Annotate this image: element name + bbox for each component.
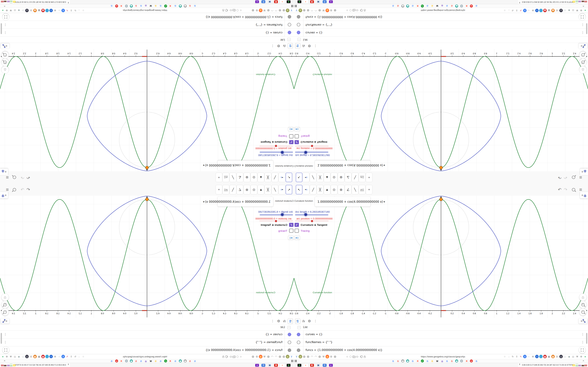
- tab-overflow-chevron-icon[interactable]: ^: [583, 5, 584, 7]
- pinned-tab-favicon[interactable]: ◉: [406, 5, 409, 8]
- download-icon[interactable]: ⇩: [69, 9, 73, 12]
- folder-icon[interactable]: [232, 8, 236, 12]
- fullscreen-button[interactable]: [579, 14, 586, 20]
- settings-button[interactable]: ⚙: [276, 319, 281, 324]
- pinned-tab-favicon[interactable]: ✓: [164, 359, 167, 362]
- globe-icon[interactable]: ⊕: [282, 355, 285, 359]
- algebra-view-switcher[interactable]: ≡ ∿: [1, 318, 9, 324]
- globe-icon[interactable]: ⊕: [282, 8, 285, 12]
- arc-length-slider-thumb[interactable]: [281, 151, 284, 154]
- gear-icon[interactable]: ⚙: [329, 355, 333, 359]
- globe-icon[interactable]: ◉: [17, 9, 21, 12]
- bookmark-star-icon[interactable]: ☆: [503, 9, 506, 12]
- arc-position-point[interactable]: [146, 166, 148, 169]
- idm-icon[interactable]: ↓: [45, 355, 49, 358]
- pinned-tab-favicon[interactable]: G: [450, 359, 454, 363]
- add-icon[interactable]: +: [49, 355, 53, 358]
- collapse-button[interactable]: −: [287, 38, 291, 41]
- bin-icon[interactable]: D: [29, 9, 33, 12]
- pinned-tab-favicon[interactable]: ●: [470, 5, 473, 8]
- pinned-tab-favicon[interactable]: ◉: [184, 5, 187, 8]
- pinned-tab-favicon[interactable]: ●: [115, 5, 118, 8]
- graphics-view[interactable]: -2.6-2.4-2.2-2-1.8-1.6-1.4-1.2-1-0.8-0.6…: [0, 49, 294, 171]
- chevron-down-icon[interactable]: ▼: [383, 200, 386, 203]
- pinned-tab-favicon[interactable]: Я: [416, 359, 419, 363]
- step-forward-button[interactable]: ▶❙: [288, 127, 294, 131]
- globe-icon[interactable]: ⊕: [251, 355, 255, 359]
- pinned-tab-favicon[interactable]: ◎: [441, 4, 444, 8]
- tool-line[interactable]: ╱: [272, 185, 278, 194]
- pinned-tab-favicon[interactable]: G: [391, 4, 395, 8]
- algebra-row[interactable]: curves = {}⋮: [294, 331, 588, 339]
- home-button[interactable]: ⌂: [579, 66, 587, 73]
- settings-app-icon[interactable]: ✽: [309, 363, 315, 367]
- pinned-tab-favicon[interactable]: ◉: [130, 5, 133, 8]
- scrollbar[interactable]: [586, 23, 587, 34]
- wrench-icon[interactable]: ⚒: [575, 9, 579, 12]
- tool-angle[interactable]: ∠: [237, 173, 243, 182]
- tool-move-graphics[interactable]: +: [216, 185, 222, 194]
- graphics-view-switcher[interactable]: ≡: [580, 168, 588, 175]
- row-menu-kebab-icon[interactable]: ⋮: [4, 31, 7, 34]
- firefox-icon[interactable]: ◉: [259, 8, 262, 12]
- firefox-app-icon[interactable]: ●: [303, 0, 309, 4]
- tab-overflow-chevron-icon[interactable]: ^: [4, 5, 5, 7]
- puzzle-icon[interactable]: ▧: [13, 9, 17, 12]
- olive-extension-icon[interactable]: ◉: [299, 8, 302, 12]
- pinned-tab-favicon[interactable]: G: [159, 359, 162, 363]
- pinned-tab-favicon[interactable]: i: [125, 5, 128, 8]
- arc-position-slider-thumb[interactable]: [311, 145, 313, 147]
- graphics-view[interactable]: -2.6-2.4-2.2-2-1.8-1.6-1.4-1.2-1-0.8-0.6…: [294, 196, 588, 318]
- visibility-toggle[interactable]: [288, 15, 291, 18]
- redo-icon[interactable]: ↷: [564, 188, 567, 192]
- idm-icon[interactable]: ↓: [539, 9, 543, 12]
- settings-button[interactable]: ⚙: [307, 319, 312, 324]
- algebra-row[interactable]: funcNames = {" "}⋮: [294, 21, 588, 29]
- trash-icon[interactable]: ▦: [547, 355, 551, 358]
- uo-icon[interactable]: u: [559, 355, 563, 358]
- gear-icon[interactable]: ⚙: [531, 9, 535, 12]
- pinned-tab-favicon[interactable]: i: [460, 359, 463, 362]
- balloon-icon[interactable]: Y: [295, 8, 298, 12]
- pinned-tab-favicon[interactable]: ◉: [455, 359, 458, 362]
- globe-icon[interactable]: ⊕: [278, 355, 282, 359]
- pinned-tab-favicon[interactable]: W: [436, 359, 439, 363]
- undo-icon[interactable]: ↶: [26, 175, 30, 179]
- algebra-row[interactable]: funcs = {1.000000000000 + cos(4.00000000…: [294, 13, 588, 21]
- arc-icon[interactable]: ◠: [270, 355, 274, 359]
- pinned-tab-favicon[interactable]: ◉: [401, 359, 404, 362]
- mouse-icon[interactable]: ○: [527, 355, 531, 358]
- show-functions-button[interactable]: fx: [282, 43, 287, 48]
- pinned-tab-favicon[interactable]: Я: [169, 4, 172, 8]
- gear-icon[interactable]: ⚙: [255, 355, 259, 359]
- algebra-row[interactable]: funcs = {1.000000000000 + cos(4.00000000…: [0, 13, 294, 21]
- globe-icon[interactable]: ⊕: [251, 8, 255, 12]
- menu-icon[interactable]: ≡: [579, 175, 582, 180]
- tool-line[interactable]: ╱: [272, 173, 278, 182]
- stylebar-more-button[interactable]: ⋮: [270, 319, 275, 324]
- undo-icon[interactable]: ↶: [558, 175, 562, 179]
- ice-icon[interactable]: ◉: [543, 355, 547, 358]
- tool-reflect[interactable]: ╲: [230, 185, 236, 194]
- globe-icon[interactable]: ⊕: [267, 355, 270, 359]
- pinned-tab-favicon[interactable]: W: [149, 359, 152, 363]
- pinned-tab-favicon[interactable]: ◉: [455, 5, 458, 8]
- visibility-toggle[interactable]: [297, 341, 300, 344]
- step-forward-button[interactable]: ▶❙: [294, 127, 300, 131]
- globe-icon[interactable]: ⊕: [318, 355, 321, 359]
- show-functions-button[interactable]: fx: [301, 319, 306, 324]
- tool-perpendicular-line[interactable]: ╳: [317, 173, 323, 182]
- undo-icon[interactable]: ↶: [558, 188, 562, 192]
- brush-icon[interactable]: ✎: [65, 355, 69, 358]
- reload-icon[interactable]: ↻: [73, 355, 77, 358]
- gear-icon[interactable]: ⚙: [53, 355, 57, 358]
- pinned-tab-favicon[interactable]: W: [436, 4, 439, 8]
- translate-icon[interactable]: A: [61, 355, 65, 358]
- tool-ellipse[interactable]: ⊚: [244, 173, 250, 182]
- forward-icon[interactable]: →: [78, 9, 81, 12]
- tool-reflect[interactable]: ╲: [352, 173, 358, 182]
- zoom-out-button[interactable]: −: [579, 308, 587, 316]
- arc-length-slider-thumb[interactable]: [304, 213, 307, 216]
- trash-icon[interactable]: ▦: [547, 9, 551, 12]
- zoom-out-button[interactable]: −: [579, 51, 587, 59]
